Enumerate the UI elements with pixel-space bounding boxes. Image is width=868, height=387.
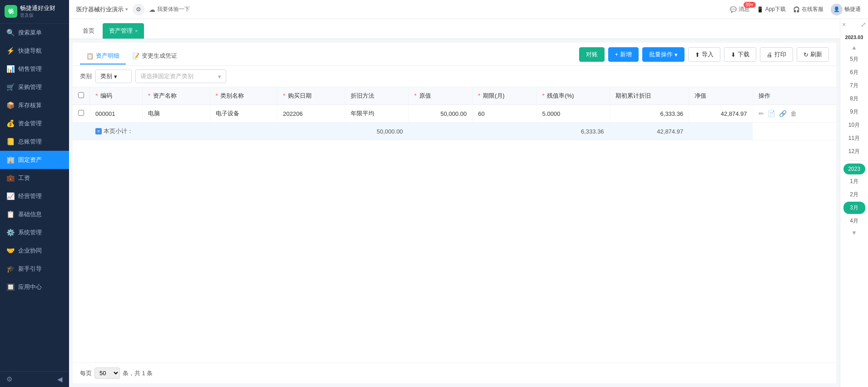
delete-icon[interactable]: 🗑 bbox=[790, 110, 797, 117]
pagination: 每页 50 10 20 100 条，共 1 条 bbox=[73, 362, 836, 383]
batch-chevron-icon: ▾ bbox=[675, 51, 678, 58]
print-button[interactable]: 🖨 打印 bbox=[760, 47, 793, 62]
panel-close-button[interactable]: × bbox=[842, 21, 846, 28]
category-filter-label: 类别 bbox=[80, 72, 92, 80]
sidebar-item-system[interactable]: ⚙️ 系统管理 bbox=[0, 223, 69, 242]
guide-icon: 🎓 bbox=[6, 265, 15, 273]
refresh-button[interactable]: ↻ 刷新 bbox=[797, 47, 829, 62]
filter-value-chevron: ▾ bbox=[218, 73, 221, 80]
tab-home[interactable]: 首页 bbox=[76, 23, 101, 39]
new-label: + 新增 bbox=[615, 50, 632, 59]
sidebar-item-salary[interactable]: 💼 工资 bbox=[0, 169, 69, 187]
cell-code: 000001 bbox=[90, 105, 143, 123]
enterprise-icon: 🤝 bbox=[6, 247, 15, 255]
tab-close-icon[interactable]: × bbox=[135, 28, 138, 34]
app-logo-icon: 畅 bbox=[5, 5, 17, 18]
ledger-icon: 📒 bbox=[6, 138, 15, 146]
sidebar-item-app-center[interactable]: 🔲 应用中心 bbox=[0, 278, 69, 296]
sidebar-item-enterprise[interactable]: 🤝 企业协同 bbox=[0, 242, 69, 260]
app-download-button[interactable]: 📱 App下载 bbox=[757, 5, 786, 13]
app-download-icon: 📱 bbox=[757, 6, 764, 13]
tab-asset-mgmt[interactable]: 资产管理 × bbox=[103, 23, 144, 39]
table-row: 000001 电脑 电子设备 202206 年限平均 50,000.00 60 … bbox=[73, 105, 836, 123]
panel-month-4[interactable]: 4月 bbox=[843, 215, 865, 227]
message-button[interactable]: 💬 消息 99+ bbox=[730, 5, 749, 13]
reconcile-button[interactable]: 对账 bbox=[579, 47, 605, 62]
app-title-block: 畅捷通好业财 普及版 bbox=[20, 5, 55, 19]
panel-month-10[interactable]: 10月 bbox=[843, 119, 865, 131]
import-icon: ⬆ bbox=[695, 51, 700, 58]
company-settings-button[interactable]: ⚙ bbox=[133, 4, 144, 15]
filter-row: 类别 类别 ▾ 请选择固定资产类别 ▾ bbox=[73, 66, 836, 87]
new-button[interactable]: + 新增 bbox=[608, 47, 639, 62]
sidebar-label-enterprise: 企业协同 bbox=[18, 247, 42, 255]
sidebar-item-sales[interactable]: 📊 销售管理 bbox=[0, 60, 69, 78]
user-profile-button[interactable]: 👤 畅捷通 bbox=[831, 4, 861, 15]
collapse-bottom-icon[interactable]: ◀ bbox=[57, 375, 63, 383]
company-chevron-icon: ▾ bbox=[125, 6, 128, 12]
try-experience-button[interactable]: ☁ 我要体验一下 bbox=[149, 5, 190, 13]
sidebar-item-fund[interactable]: 💰 资金管理 bbox=[0, 114, 69, 133]
table-header-checkbox bbox=[73, 87, 90, 105]
panel-scroll-down-button[interactable]: ▼ bbox=[850, 228, 858, 238]
panel-month-6[interactable]: 6月 bbox=[843, 66, 865, 79]
panel-month-7[interactable]: 7月 bbox=[843, 79, 865, 92]
panel-month-3[interactable]: 3月 bbox=[843, 202, 865, 214]
company-selector[interactable]: 医疗器械行业演示 ▾ bbox=[76, 5, 128, 14]
sidebar-item-quick-nav[interactable]: ⚡ 快捷导航 bbox=[0, 42, 69, 60]
sales-icon: 📊 bbox=[6, 65, 15, 73]
customer-service-button[interactable]: 🎧 在线客服 bbox=[793, 5, 823, 13]
panel-month-12[interactable]: 12月 bbox=[843, 145, 865, 158]
panel-month-11[interactable]: 11月 bbox=[843, 132, 865, 144]
category-filter-type-select[interactable]: 类别 ▾ bbox=[95, 69, 132, 83]
sidebar-label-system: 系统管理 bbox=[18, 228, 42, 237]
sidebar-header: 畅 畅捷通好业财 普及版 bbox=[0, 0, 69, 24]
sidebar-item-purchase[interactable]: 🛒 采购管理 bbox=[0, 78, 69, 96]
sidebar-item-search[interactable]: 🔍 搜索菜单 bbox=[0, 24, 69, 42]
print-icon: 🖨 bbox=[767, 51, 773, 58]
row-operation-icons: ✏ 📄 🔗 🗑 bbox=[759, 110, 831, 117]
import-button[interactable]: ⬆ 导入 bbox=[688, 47, 720, 62]
sidebar-item-operations[interactable]: 📈 经营管理 bbox=[0, 187, 69, 205]
category-filter-value-select[interactable]: 请选择固定资产类别 ▾ bbox=[135, 69, 226, 83]
per-page-select[interactable]: 50 10 20 100 bbox=[94, 367, 120, 379]
topbar-right: 💬 消息 99+ 📱 App下载 🎧 在线客服 👤 畅捷通 bbox=[730, 4, 861, 15]
sidebar-item-fixed-assets[interactable]: 🏢 固定资产 bbox=[0, 151, 69, 169]
panel-month-8[interactable]: 8月 bbox=[843, 93, 865, 105]
fund-icon: 💰 bbox=[6, 119, 15, 128]
cell-net-value: 42,874.97 bbox=[689, 105, 753, 123]
sub-tab-asset-detail[interactable]: 📋 资产明细 bbox=[80, 48, 126, 64]
avatar: 👤 bbox=[831, 4, 843, 15]
sidebar-item-ledger[interactable]: 📒 总账管理 bbox=[0, 133, 69, 151]
panel-expand-button[interactable]: ⤢ bbox=[861, 21, 866, 28]
message-icon: 💬 bbox=[730, 6, 737, 13]
topbar: 医疗器械行业演示 ▾ ⚙ ☁ 我要体验一下 💬 消息 99+ 📱 App下载 🎧… bbox=[69, 0, 868, 19]
sidebar-label-operations: 经营管理 bbox=[18, 192, 42, 200]
download-button[interactable]: ⬇ 下载 bbox=[724, 47, 756, 62]
panel-year-2023[interactable]: 2023 bbox=[843, 164, 865, 174]
sidebar-label-fixed-assets: 固定资产 bbox=[18, 156, 42, 164]
sidebar-item-inventory[interactable]: 📦 库存核算 bbox=[0, 96, 69, 114]
company-name: 医疗器械行业演示 bbox=[76, 5, 124, 14]
row-checkbox[interactable] bbox=[78, 110, 84, 116]
panel-month-9[interactable]: 9月 bbox=[843, 106, 865, 118]
col-header-name: * 资产名称 bbox=[142, 87, 210, 105]
sidebar-bottom: ⚙ ◀ bbox=[0, 371, 69, 387]
panel-scroll-up-button[interactable]: ▲ bbox=[850, 43, 858, 52]
col-header-operation: 操作 bbox=[753, 87, 836, 105]
select-all-checkbox[interactable] bbox=[78, 92, 84, 98]
col-header-period: * 期限(月) bbox=[472, 87, 536, 105]
filter-type-chevron: ▾ bbox=[114, 73, 117, 80]
sidebar-item-basic-info[interactable]: 📋 基础信息 bbox=[0, 205, 69, 223]
copy-icon[interactable]: 📄 bbox=[768, 110, 775, 117]
sub-tab-change-voucher[interactable]: 📝 变更生成凭证 bbox=[126, 48, 184, 64]
panel-month-5[interactable]: 5月 bbox=[843, 53, 865, 65]
batch-button[interactable]: 批量操作 ▾ bbox=[642, 47, 684, 62]
sidebar-item-guide[interactable]: 🎓 新手引导 bbox=[0, 260, 69, 278]
settings-bottom-icon[interactable]: ⚙ bbox=[6, 375, 12, 383]
edit-icon[interactable]: ✏ bbox=[759, 110, 764, 117]
panel-month-2[interactable]: 2月 bbox=[843, 189, 865, 201]
panel-month-1[interactable]: 1月 bbox=[843, 175, 865, 188]
link-icon[interactable]: 🔗 bbox=[779, 110, 787, 117]
sub-tab-asset-detail-label: 资产明细 bbox=[96, 52, 119, 60]
